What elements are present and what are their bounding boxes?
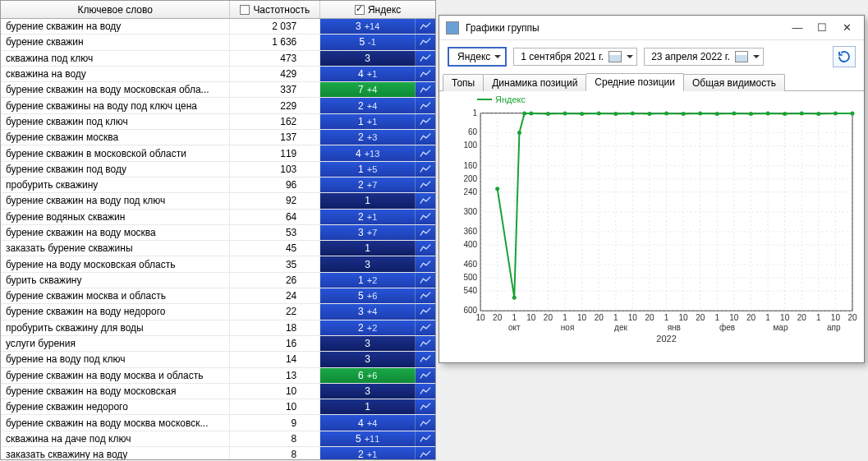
row-chart-button[interactable] bbox=[416, 162, 435, 177]
row-chart-button[interactable] bbox=[416, 225, 435, 240]
table-row[interactable]: бурение скважин на воду2 0373+14 bbox=[1, 19, 435, 35]
row-chart-button[interactable] bbox=[416, 35, 435, 49]
table-row[interactable]: услуги бурения163 bbox=[1, 336, 435, 352]
row-chart-button[interactable] bbox=[416, 130, 435, 145]
keyword-cell: бурение скважин под ключ bbox=[1, 114, 230, 129]
maximize-button[interactable]: ☐ bbox=[810, 19, 834, 37]
table-row[interactable]: пробурить скважину для воды182+2 bbox=[1, 320, 435, 336]
frequency-cell: 14 bbox=[230, 352, 320, 366]
row-chart-button[interactable] bbox=[416, 447, 435, 460]
svg-text:20: 20 bbox=[493, 313, 503, 322]
table-row[interactable]: бурение скважин1 6365-1 bbox=[1, 35, 435, 50]
table-row[interactable]: бурение скважин москва и область245+6 bbox=[1, 288, 435, 304]
table-row[interactable]: бурение скважин на воду москва и область… bbox=[1, 368, 435, 384]
table-row[interactable]: бурение скважин на воду недорого223+4 bbox=[1, 304, 435, 320]
table-row[interactable]: скважина под ключ4733 bbox=[1, 51, 435, 67]
row-chart-button[interactable] bbox=[416, 193, 435, 208]
rank-cell: 3 bbox=[320, 256, 435, 271]
row-chart-button[interactable] bbox=[416, 114, 435, 129]
rank-cell: 4+4 bbox=[320, 415, 435, 430]
row-chart-button[interactable] bbox=[416, 82, 435, 97]
table-row[interactable]: бурение скважин на воду московская103 bbox=[1, 384, 435, 399]
row-chart-button[interactable] bbox=[416, 19, 435, 34]
row-chart-button[interactable] bbox=[416, 177, 435, 192]
row-chart-button[interactable] bbox=[416, 67, 435, 81]
table-row[interactable]: бурение скважин на воду москва московск.… bbox=[1, 415, 435, 431]
frequency-cell: 162 bbox=[230, 114, 320, 129]
row-chart-button[interactable] bbox=[416, 51, 435, 66]
table-row[interactable]: бурение водяных скважин642+1 bbox=[1, 210, 435, 225]
svg-text:10: 10 bbox=[526, 313, 536, 322]
minimize-button[interactable]: — bbox=[785, 19, 810, 37]
row-chart-button[interactable] bbox=[416, 352, 435, 366]
frequency-cell: 13 bbox=[230, 368, 320, 383]
tab-3[interactable]: Общая видимость bbox=[683, 74, 785, 91]
table-row[interactable]: бурение скважин на воду московская обла.… bbox=[1, 82, 435, 98]
row-chart-button[interactable] bbox=[416, 273, 435, 288]
date-from-picker[interactable]: 1 сентября 2021 г. bbox=[513, 48, 637, 66]
frequency-cell: 1 636 bbox=[230, 35, 320, 49]
tab-1[interactable]: Динамика позиций bbox=[483, 74, 586, 91]
table-row[interactable]: бурение скважин москва1372+3 bbox=[1, 130, 435, 145]
table-row[interactable]: пробурить скважину962+7 bbox=[1, 177, 435, 193]
table-row[interactable]: заказать скважину на воду82+1 bbox=[1, 447, 435, 460]
frequency-cell: 137 bbox=[230, 130, 320, 145]
row-chart-button[interactable] bbox=[416, 98, 435, 113]
svg-text:20: 20 bbox=[797, 313, 807, 322]
table-row[interactable]: бурение на воду московская область353 bbox=[1, 256, 435, 272]
row-chart-button[interactable] bbox=[416, 304, 435, 319]
table-row[interactable]: бурение скважин на воду под ключ921 bbox=[1, 193, 435, 209]
date-to-picker[interactable]: 23 апреля 2022 г. bbox=[644, 48, 764, 66]
keyword-cell: бурение скважин москва и область bbox=[1, 288, 230, 303]
rank-cell: 2+2 bbox=[320, 320, 435, 335]
table-row[interactable]: заказать бурение скважины451 bbox=[1, 241, 435, 256]
frequency-checkbox[interactable] bbox=[240, 5, 250, 15]
refresh-button[interactable] bbox=[833, 46, 856, 67]
engine-dropdown[interactable]: Яндекс bbox=[448, 47, 507, 67]
row-chart-button[interactable] bbox=[416, 431, 435, 446]
close-button[interactable]: ✕ bbox=[834, 19, 859, 37]
row-chart-button[interactable] bbox=[416, 336, 435, 351]
frequency-cell: 337 bbox=[230, 82, 320, 97]
table-row[interactable]: бурение скважин в московской области1194… bbox=[1, 145, 435, 161]
table-row[interactable]: скважина на воду4294+1 bbox=[1, 67, 435, 82]
keyword-cell: бурение скважин на воду под ключ bbox=[1, 193, 230, 208]
table-row[interactable]: бурить скважину261+2 bbox=[1, 273, 435, 288]
tab-0[interactable]: Топы bbox=[443, 74, 484, 91]
rank-badge: 2+2 bbox=[320, 320, 416, 335]
row-chart-button[interactable] bbox=[416, 415, 435, 430]
table-row[interactable]: бурение скважины на воду под ключ цена22… bbox=[1, 98, 435, 113]
svg-point-89 bbox=[597, 112, 601, 116]
titlebar[interactable]: Графики группы — ☐ ✕ bbox=[439, 16, 864, 40]
row-chart-button[interactable] bbox=[416, 399, 435, 414]
table-row[interactable]: бурение скважин под воду1031+5 bbox=[1, 162, 435, 177]
table-row[interactable]: бурение скважин недорого101 bbox=[1, 399, 435, 415]
frequency-cell: 2 037 bbox=[230, 19, 320, 34]
row-chart-button[interactable] bbox=[416, 145, 435, 160]
row-chart-button[interactable] bbox=[416, 256, 435, 271]
row-chart-button[interactable] bbox=[416, 368, 435, 383]
row-chart-button[interactable] bbox=[416, 210, 435, 224]
col-header-yandex[interactable]: Яндекс bbox=[320, 1, 435, 18]
col-header-keyword[interactable]: Ключевое слово bbox=[1, 1, 230, 18]
row-chart-button[interactable] bbox=[416, 241, 435, 256]
table-row[interactable]: бурение скважин под ключ1621+1 bbox=[1, 114, 435, 130]
table-row[interactable]: скважина на даче под ключ85+11 bbox=[1, 431, 435, 447]
row-chart-button[interactable] bbox=[416, 384, 435, 399]
keyword-cell: бурение скважин под воду bbox=[1, 162, 230, 177]
row-chart-button[interactable] bbox=[416, 288, 435, 303]
yandex-checkbox[interactable] bbox=[355, 5, 365, 15]
row-chart-button[interactable] bbox=[416, 320, 435, 335]
svg-text:1: 1 bbox=[512, 313, 517, 322]
rank-badge: 2+1 bbox=[320, 210, 416, 224]
frequency-cell: 10 bbox=[230, 399, 320, 414]
svg-text:2022: 2022 bbox=[656, 334, 677, 343]
table-row[interactable]: бурение скважин на воду москва533+7 bbox=[1, 225, 435, 241]
col-header-frequency[interactable]: Частотность bbox=[230, 1, 320, 18]
frequency-cell: 229 bbox=[230, 98, 320, 113]
table-row[interactable]: бурение на воду под ключ143 bbox=[1, 352, 435, 367]
frequency-cell: 24 bbox=[230, 288, 320, 303]
tab-2[interactable]: Средние позиции bbox=[586, 73, 684, 91]
svg-point-91 bbox=[631, 112, 635, 116]
keyword-cell: скважина на даче под ключ bbox=[1, 431, 230, 446]
